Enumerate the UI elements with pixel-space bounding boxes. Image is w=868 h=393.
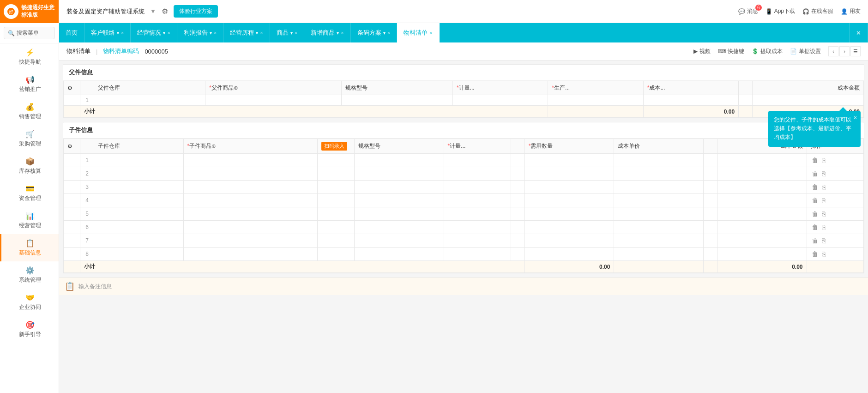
delete-row-button[interactable]: 🗑 (811, 236, 819, 245)
copy-row-button[interactable]: ⎘ (821, 169, 826, 178)
child-row-5-warehouse[interactable] (94, 207, 184, 221)
delete-row-button[interactable]: 🗑 (811, 223, 819, 232)
child-row-8-warehouse[interactable] (94, 248, 184, 261)
child-row-2-qty[interactable] (524, 167, 614, 181)
child-row-4-spec[interactable] (354, 194, 444, 207)
extract-cost-action[interactable]: 💲 提取成本 (752, 48, 783, 55)
app-download-button[interactable]: 📱 App下载 (766, 7, 795, 15)
online-service-button[interactable]: 🎧 在线客服 (802, 7, 833, 15)
child-row-6-spec[interactable] (354, 221, 444, 234)
child-row-1-warehouse[interactable] (94, 154, 184, 167)
copy-row-button[interactable]: ⎘ (821, 209, 826, 218)
nav-list-button[interactable]: ☰ (850, 46, 861, 56)
child-row-6-goods[interactable] (183, 221, 317, 234)
tab-home[interactable]: 首页 (59, 23, 84, 42)
message-button[interactable]: 💬 消息 6 (738, 7, 758, 15)
child-row-7-spec[interactable] (354, 234, 444, 248)
child-row-1-spec[interactable] (354, 154, 444, 167)
child-row-2-unit-cost[interactable] (614, 167, 704, 181)
delete-row-button[interactable]: 🗑 (811, 209, 819, 218)
child-row-8-unit[interactable] (444, 248, 511, 261)
child-row-4-warehouse[interactable] (94, 194, 184, 207)
delete-row-button[interactable]: 🗑 (811, 182, 819, 192)
sidebar-item-guide[interactable]: 🎯 新手引导 (0, 316, 59, 343)
delete-row-button[interactable]: 🗑 (811, 156, 819, 165)
search-menu-button[interactable]: 🔍 搜索菜单 (4, 27, 55, 39)
copy-row-button[interactable]: ⎘ (821, 236, 826, 245)
close-icon[interactable]: × (260, 30, 263, 36)
sidebar-item-quicknav[interactable]: ⚡ 快捷导航 (0, 43, 59, 71)
close-icon[interactable]: × (167, 30, 170, 36)
child-row-3-unit[interactable] (444, 181, 511, 194)
delete-row-button[interactable]: 🗑 (811, 169, 819, 178)
try-button[interactable]: 体验行业方案 (174, 5, 218, 18)
child-row-4-goods[interactable] (183, 194, 317, 207)
sidebar-item-sales[interactable]: 💰 销售管理 (0, 98, 59, 125)
close-icon[interactable]: × (295, 30, 297, 36)
child-row-7-warehouse[interactable] (94, 234, 184, 248)
child-row-7-qty[interactable] (524, 234, 614, 248)
sidebar-item-collab[interactable]: 🤝 企业协同 (0, 289, 59, 316)
sidebar-item-basic[interactable]: 📋 基础信息 (0, 234, 59, 261)
child-row-8-goods[interactable] (183, 248, 317, 261)
parent-row-1-goods[interactable] (205, 95, 341, 106)
close-icon[interactable]: × (429, 30, 432, 36)
child-row-3-warehouse[interactable] (94, 181, 184, 194)
parent-col-settings[interactable]: ⚙ (64, 81, 80, 95)
child-row-1-unit-cost[interactable] (614, 154, 704, 167)
sidebar-item-marketing[interactable]: 📢 营销推广 (0, 71, 59, 98)
child-row-6-qty[interactable] (524, 221, 614, 234)
child-row-4-qty[interactable] (524, 194, 614, 207)
sidebar-item-finance[interactable]: 💳 资金管理 (0, 180, 59, 207)
child-row-7-unit[interactable] (444, 234, 511, 248)
video-action[interactable]: ▶ 视频 (693, 48, 711, 55)
child-row-1-unit[interactable] (444, 154, 511, 167)
tab-history[interactable]: 经营历程 ▾ × (223, 23, 270, 42)
tab-profit[interactable]: 利润报告 ▾ × (177, 23, 223, 42)
child-row-4-unit[interactable] (444, 194, 511, 207)
tab-barcode[interactable]: 条码方案 ▾ × (351, 23, 397, 42)
child-row-5-goods[interactable] (183, 207, 317, 221)
parent-row-1-unit[interactable] (453, 95, 548, 106)
user-menu[interactable]: 👤 用友 (841, 7, 861, 15)
child-row-8-unit-cost[interactable] (614, 248, 704, 261)
copy-row-button[interactable]: ⎘ (821, 196, 826, 205)
breadcrumb-bom-list[interactable]: 物料清单 (66, 47, 90, 55)
child-row-1-goods[interactable] (183, 154, 317, 167)
parent-row-1-warehouse[interactable] (94, 95, 205, 106)
delete-row-button[interactable]: 🗑 (811, 196, 819, 205)
child-row-2-unit[interactable] (444, 167, 511, 181)
note-placeholder[interactable]: 输入备注信息 (78, 283, 112, 290)
delete-row-button[interactable]: 🗑 (811, 249, 819, 259)
parent-row-1-spec[interactable] (342, 95, 453, 106)
child-row-1-qty[interactable] (524, 154, 614, 167)
sidebar-item-purchase[interactable]: 🛒 采购管理 (0, 125, 59, 152)
child-col-settings[interactable]: ⚙ (64, 139, 80, 154)
tab-new-goods[interactable]: 新增商品 ▾ × (304, 23, 350, 42)
sidebar-item-business[interactable]: 📊 经营管理 (0, 207, 59, 234)
child-row-6-unit-cost[interactable] (614, 221, 704, 234)
child-row-3-unit-cost[interactable] (614, 181, 704, 194)
child-row-5-unit[interactable] (444, 207, 511, 221)
close-icon[interactable]: × (387, 30, 390, 36)
child-row-6-warehouse[interactable] (94, 221, 184, 234)
tab-customer[interactable]: 客户联络 ▾ × (84, 23, 131, 42)
child-row-5-spec[interactable] (354, 207, 444, 221)
tab-operation[interactable]: 经营情况 ▾ × (131, 23, 177, 42)
copy-row-button[interactable]: ⎘ (821, 182, 826, 192)
child-row-2-spec[interactable] (354, 167, 444, 181)
close-icon[interactable]: × (214, 30, 217, 36)
child-row-6-unit[interactable] (444, 221, 511, 234)
close-icon[interactable]: × (121, 30, 124, 36)
tab-goods[interactable]: 商品 ▾ × (270, 23, 304, 42)
child-row-5-unit-cost[interactable] (614, 207, 704, 221)
child-row-3-spec[interactable] (354, 181, 444, 194)
copy-row-button[interactable]: ⎘ (821, 249, 826, 259)
copy-row-button[interactable]: ⎘ (821, 223, 826, 232)
parent-row-1-cost[interactable] (643, 95, 738, 106)
child-row-8-qty[interactable] (524, 248, 614, 261)
tab-close-all[interactable]: ✕ (849, 23, 868, 42)
tab-bom[interactable]: 物料清单 × (397, 23, 439, 42)
scan-input-button[interactable]: 扫码录入 (321, 142, 347, 151)
nav-prev-button[interactable]: ‹ (828, 46, 838, 56)
